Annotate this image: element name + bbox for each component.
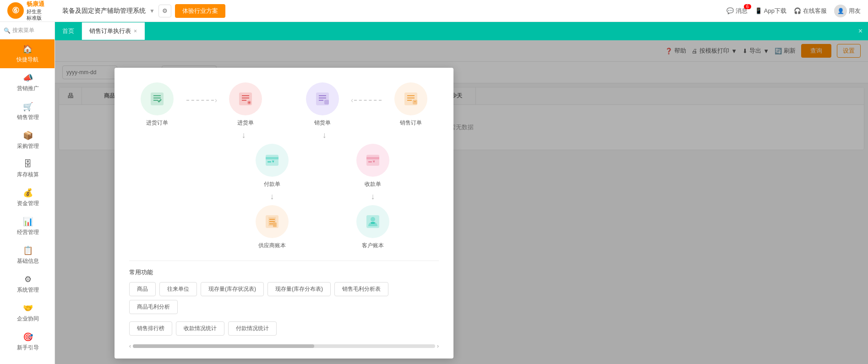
modal-dialog: 进货订单 › bbox=[115, 68, 453, 359]
svg-rect-4 bbox=[324, 100, 329, 104]
system-title-area: 装备及固定资产辅助管理系统 ▼ ⚙ 体验行业方案 bbox=[62, 4, 726, 18]
svg-text:¥: ¥ bbox=[272, 159, 274, 163]
user-item[interactable]: 👤 用友 bbox=[834, 5, 861, 17]
receipt-circle: ¥ bbox=[356, 144, 389, 177]
customer-ledger-circle bbox=[356, 205, 389, 238]
sidebar-item-quick-nav[interactable]: 🏠 快捷导航 bbox=[0, 39, 55, 68]
search-label: 搜索菜单 bbox=[12, 27, 34, 34]
scroll-thumb bbox=[133, 344, 314, 348]
inventory-label: 库存核算 bbox=[17, 171, 39, 179]
receipt-label: 收款单 bbox=[365, 180, 381, 188]
flow-node-sale-bill[interactable]: 销货单 bbox=[295, 79, 351, 130]
svg-rect-16 bbox=[273, 223, 277, 227]
svg-point-18 bbox=[371, 217, 375, 222]
sidebar-item-basic[interactable]: 📋 基础信息 bbox=[0, 241, 55, 270]
tab-close-icon[interactable]: × bbox=[134, 28, 137, 34]
inventory-icon: 🗄 bbox=[24, 159, 32, 169]
user-name: 用友 bbox=[849, 7, 861, 15]
page-content: ❓ 帮助 🖨 按模板打印 ▼ ⬇ 导出 ▼ 🔄 刷新 查询 bbox=[55, 40, 868, 364]
func-btn-商品毛利分析[interactable]: 商品毛利分析 bbox=[129, 300, 178, 314]
tab-bar: 首页 销售订单执行表 × × bbox=[55, 22, 868, 40]
download-icon: 📱 bbox=[755, 7, 762, 14]
logo-sub-text: 好生意标准版 bbox=[27, 8, 44, 22]
func-btn-现存量(库存分布表)[interactable]: 现存量(库存分布表) bbox=[267, 282, 331, 296]
sidebar-item-guide[interactable]: 🎯 新手引导 bbox=[0, 327, 55, 356]
func-btn-收款情况统计[interactable]: 收款情况统计 bbox=[176, 321, 224, 336]
gear-button[interactable]: ⚙ bbox=[158, 5, 171, 17]
scroll-track[interactable] bbox=[133, 344, 435, 348]
customer-ledger-label: 客户账本 bbox=[362, 242, 384, 250]
func-btn-销售毛利分析表[interactable]: 销售毛利分析表 bbox=[334, 282, 388, 296]
tab-bar-close-btn[interactable]: × bbox=[853, 23, 868, 39]
svg-rect-13 bbox=[368, 161, 372, 163]
online-service-item[interactable]: 🎧 在线客服 bbox=[794, 7, 827, 15]
tab-sales-order[interactable]: 销售订单执行表 × bbox=[82, 22, 145, 40]
service-icon: 🎧 bbox=[794, 7, 801, 14]
guide-icon: 🎯 bbox=[23, 332, 33, 342]
svg-text:¥: ¥ bbox=[372, 159, 375, 163]
sale-order-label: 销售订单 bbox=[400, 119, 422, 127]
message-icon: 💬 bbox=[726, 7, 734, 14]
cooperation-label: 企业协同 bbox=[17, 315, 39, 323]
modal-overlay: 进货订单 › bbox=[55, 40, 868, 364]
message-item[interactable]: 💬 消息 6 bbox=[726, 7, 748, 15]
supplier-ledger-circle bbox=[256, 205, 289, 238]
purchase-bill-label: 进货单 bbox=[237, 119, 254, 127]
basic-label: 基础信息 bbox=[17, 257, 39, 265]
func-btn-往来单位[interactable]: 往来单位 bbox=[159, 282, 197, 296]
svg-rect-0 bbox=[151, 92, 164, 105]
flow-node-purchase-bill[interactable]: 进货单 bbox=[217, 79, 273, 130]
flow-node-customer-ledger[interactable]: 客户账本 bbox=[336, 201, 409, 253]
flow-node-receipt[interactable]: ¥ 收款单 bbox=[336, 140, 409, 192]
sidebar: 🔍 搜索菜单 🏠 快捷导航 📣 营销推广 🛒 销售管理 📦 采购管理 🗄 库存核… bbox=[0, 22, 55, 364]
system-icon: ⚙ bbox=[24, 274, 32, 284]
svg-rect-6 bbox=[413, 100, 417, 104]
user-avatar: 👤 bbox=[834, 5, 847, 17]
logo-area: ⑥ 畅康通 好生意标准版 bbox=[7, 0, 62, 21]
operations-icon: 📊 bbox=[23, 217, 33, 227]
sale-order-circle bbox=[394, 82, 427, 115]
purchase-label: 采购管理 bbox=[17, 142, 39, 150]
system-dropdown-arrow[interactable]: ▼ bbox=[149, 8, 155, 14]
basic-icon: 📋 bbox=[23, 245, 33, 255]
marketing-label: 营销推广 bbox=[17, 85, 39, 92]
flow-node-sale-order[interactable]: 销售订单 bbox=[382, 79, 439, 130]
quick-nav-icon: 🏠 bbox=[22, 44, 33, 54]
func-btn-付款情况统计[interactable]: 付款情况统计 bbox=[228, 321, 277, 336]
sidebar-item-marketing[interactable]: 📣 营销推广 bbox=[0, 68, 55, 97]
message-badge: 6 bbox=[744, 4, 751, 9]
flow-node-purchase-order[interactable]: 进货订单 bbox=[129, 79, 186, 130]
sidebar-search[interactable]: 🔍 搜索菜单 bbox=[0, 22, 55, 39]
flow-node-payment[interactable]: ¥ 付款单 bbox=[235, 140, 309, 192]
sidebar-item-inventory[interactable]: 🗄 库存核算 bbox=[0, 155, 55, 183]
system-label: 系统管理 bbox=[17, 286, 39, 294]
tab-home[interactable]: 首页 bbox=[55, 22, 82, 40]
svg-rect-9 bbox=[267, 161, 271, 163]
func-btn-现存量(库存状况表)[interactable]: 现存量(库存状况表) bbox=[201, 282, 264, 296]
sidebar-item-sales[interactable]: 🛒 销售管理 bbox=[0, 97, 55, 126]
purchase-icon: 📦 bbox=[23, 130, 33, 141]
operations-label: 经营管理 bbox=[17, 228, 39, 236]
func-btn-销售排行榜[interactable]: 销售排行榜 bbox=[129, 321, 172, 336]
func-buttons-row1: 商品往来单位现存量(库存状况表)现存量(库存分布表)销售毛利分析表商品毛利分析销… bbox=[129, 282, 439, 336]
sidebar-item-system[interactable]: ⚙ 系统管理 bbox=[0, 270, 55, 299]
scroll-left-arrow[interactable]: ‹ bbox=[129, 343, 131, 349]
flow-node-supplier-ledger[interactable]: 供应商账本 bbox=[235, 201, 309, 253]
app-download-item[interactable]: 📱 App下载 bbox=[755, 7, 786, 15]
sidebar-item-finance[interactable]: 💰 资金管理 bbox=[0, 183, 55, 212]
sidebar-item-operations[interactable]: 📊 经营管理 bbox=[0, 212, 55, 241]
sidebar-item-purchase[interactable]: 📦 采购管理 bbox=[0, 126, 55, 155]
logo-main-text: 畅康通 bbox=[27, 0, 44, 8]
sale-bill-circle bbox=[306, 82, 339, 115]
top-header: ⑥ 畅康通 好生意标准版 装备及固定资产辅助管理系统 ▼ ⚙ 体验行业方案 💬 … bbox=[0, 0, 868, 22]
sidebar-item-cooperation[interactable]: 🤝 企业协同 bbox=[0, 299, 55, 327]
finance-icon: 💰 bbox=[23, 188, 33, 198]
func-btn-商品[interactable]: 商品 bbox=[129, 282, 156, 296]
sales-label: 销售管理 bbox=[17, 114, 39, 121]
sale-bill-label: 销货单 bbox=[314, 119, 331, 127]
guide-label: 新手引导 bbox=[17, 344, 39, 352]
trial-button[interactable]: 体验行业方案 bbox=[175, 4, 225, 18]
main-layout: 🔍 搜索菜单 🏠 快捷导航 📣 营销推广 🛒 销售管理 📦 采购管理 🗄 库存核… bbox=[0, 22, 868, 364]
scroll-right-arrow[interactable]: › bbox=[437, 343, 439, 349]
common-functions-title: 常用功能 bbox=[129, 268, 439, 277]
